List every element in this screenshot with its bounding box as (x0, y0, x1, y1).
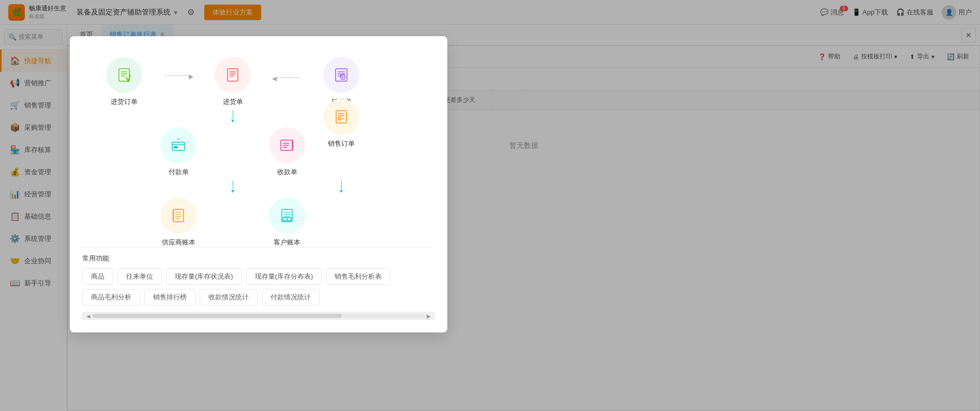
common-btn-付款情况统计[interactable]: 付款情况统计 (262, 289, 320, 306)
scroll-bar[interactable]: ◀ ▶ (82, 312, 435, 320)
arrow-receipt-down: ▼ (339, 179, 344, 195)
svg-rect-17 (174, 146, 178, 148)
common-functions-title: 常用功能 (82, 254, 435, 263)
sales-bill-icon (323, 57, 359, 93)
scroll-right-arrow[interactable]: ▶ (425, 313, 433, 319)
common-btn-商品毛利分析[interactable]: 商品毛利分析 (82, 289, 140, 306)
supplier-ledger-icon (160, 197, 197, 234)
common-btn-收款情况统计[interactable]: 收款情况统计 (200, 289, 258, 306)
scroll-track (93, 314, 425, 318)
sales-order-node: 销售订单 (310, 99, 372, 148)
common-functions-section: 常用功能 商品往来单位现存量(库存状况表)现存量(库存分布表)销售毛利分析表商品… (82, 247, 435, 306)
purchase-order-node: 进货订单 (93, 57, 155, 106)
common-buttons-container: 商品往来单位现存量(库存状况表)现存量(库存分布表)销售毛利分析表商品毛利分析销… (82, 268, 435, 306)
customer-ledger-icon (269, 197, 305, 234)
purchase-bill-node: 进货单 (202, 57, 264, 106)
sales-order-icon (323, 99, 359, 135)
svg-point-39 (287, 219, 288, 220)
scroll-thumb (93, 314, 342, 318)
purchase-order-label: 进货订单 (111, 97, 138, 106)
common-btn-销售排行榜[interactable]: 销售排行榜 (144, 289, 195, 306)
purchase-bill-label: 进货单 (223, 97, 243, 106)
sales-order-label: 销售订单 (328, 139, 355, 148)
scroll-left-arrow[interactable]: ◀ (84, 313, 93, 319)
common-btn-现存量(库存分布表)[interactable]: 现存量(库存分布表) (246, 268, 322, 285)
supplier-ledger-node: 供应商账本 (147, 197, 209, 247)
svg-rect-15 (172, 142, 185, 150)
customer-ledger-label: 客户账本 (274, 238, 300, 247)
flow-diagram: 进货订单 ▶ 进货单 (82, 49, 435, 247)
arrow-purchase-order-to-bill: ▶ (165, 75, 191, 76)
purchase-order-icon (106, 57, 142, 93)
svg-rect-23 (336, 111, 346, 123)
svg-rect-33 (172, 210, 174, 221)
common-btn-商品[interactable]: 商品 (82, 268, 113, 285)
payment-icon: ¥ (160, 127, 197, 163)
payment-node: ¥ 付款单 (147, 127, 209, 177)
customer-ledger-node: 客户账本 (256, 197, 318, 247)
arrow-purchase-bill-down: ▼ (230, 109, 235, 125)
svg-rect-4 (228, 69, 238, 81)
svg-rect-28 (173, 209, 184, 222)
quick-nav-popup: 进货订单 ▶ 进货单 (70, 36, 447, 332)
supplier-ledger-label: 供应商账本 (162, 238, 195, 247)
common-btn-往来单位[interactable]: 往来单位 (117, 268, 162, 285)
receipt-label: 收款单 (277, 168, 297, 177)
common-btn-现存量(库存状况表)[interactable]: 现存量(库存状况表) (166, 268, 242, 285)
common-btn-销售毛利分析表[interactable]: 销售毛利分析表 (326, 268, 390, 285)
flow-grid: 进货订单 ▶ 进货单 (91, 57, 435, 247)
svg-text:¥: ¥ (177, 137, 180, 142)
arrow-sales-bill-to-sales-order: ◀ (274, 72, 300, 80)
receipt-node: 收款单 (256, 127, 318, 177)
receipt-icon (269, 127, 305, 163)
purchase-bill-icon (215, 57, 251, 93)
arrow-payment-down: ▼ (230, 179, 235, 195)
payment-label: 付款单 (169, 168, 189, 177)
